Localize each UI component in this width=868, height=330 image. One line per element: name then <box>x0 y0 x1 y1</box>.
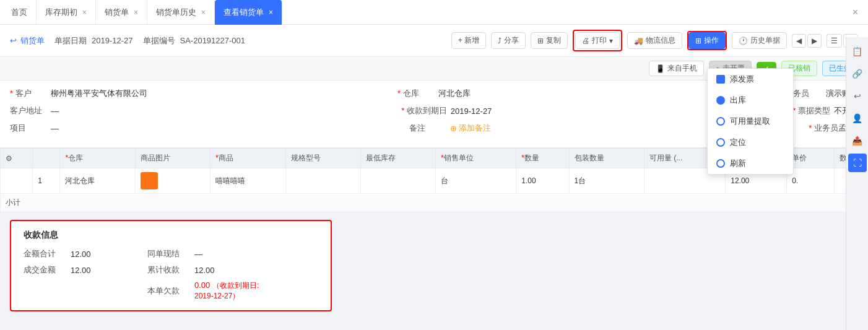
copy-icon: ⊞ <box>537 37 544 45</box>
doc-header: ↩ 销货单 单据日期 2019-12-27 单据编号 SA-20191227-0… <box>0 25 868 57</box>
doc-actions: + 新增 ⤴ 分享 ⊞ 复制 🖨 打印 ▾ 🚚 物流信息 ⊞ 操作 <box>451 30 858 51</box>
summary-section: 收款信息 金额合计 12.00 同单现结 — 成交金额 12.00 <box>0 212 868 326</box>
history-icon: 🕐 <box>739 37 748 45</box>
print-highlight: 🖨 打印 ▾ <box>573 30 622 51</box>
copy-button[interactable]: ⊞ 复制 <box>531 32 568 49</box>
prev-button[interactable]: ◀ <box>792 34 806 48</box>
tab-close-sales[interactable]: × <box>134 8 138 17</box>
sidebar-icon-link[interactable]: 🔗 <box>848 64 867 83</box>
next-button[interactable]: ▶ <box>807 34 822 48</box>
tab-home[interactable]: 首页 <box>5 0 37 25</box>
logistics-icon: 🚚 <box>634 37 643 45</box>
warehouse-value: 河北仓库 <box>438 88 471 99</box>
new-button[interactable]: + 新增 <box>451 32 486 49</box>
ops-button[interactable]: ⊞ 操作 <box>688 32 726 49</box>
col-min-stock: 最低库存 <box>360 149 435 168</box>
cell-pack-qty: 1台 <box>569 168 644 194</box>
share-icon: ⤴ <box>498 37 501 45</box>
refresh-icon <box>716 159 725 168</box>
col-spec: 规格型号 <box>285 149 360 168</box>
print-button[interactable]: 🖨 打印 ▾ <box>575 32 620 49</box>
doc-type-label: 销货单 <box>20 35 45 46</box>
payment-date-value: 2019-12-27 <box>451 106 492 116</box>
tab-close-inventory[interactable]: × <box>82 8 87 17</box>
logistics-button[interactable]: 🚚 物流信息 <box>627 32 682 49</box>
cell-index: 1 <box>33 168 60 194</box>
cell-product: 嘻嘻嘻嘻 <box>210 168 285 194</box>
col-image: 商品图片 <box>135 149 210 168</box>
owe-value: 0.00 <box>194 280 210 290</box>
col-warehouse: *仓库 <box>60 149 135 168</box>
doc-title-area: ↩ 销货单 <box>10 35 45 46</box>
nav-arrows: ◀ ▶ <box>792 34 822 48</box>
history-button[interactable]: 🕐 历史单据 <box>732 32 787 49</box>
tab-sales-history[interactable]: 销货单历史 × <box>147 0 215 25</box>
summary-title: 收款信息 <box>24 230 318 241</box>
share-button[interactable]: ⤴ 分享 <box>491 32 526 49</box>
tab-view-sales-order[interactable]: 查看销货单 × <box>215 0 282 25</box>
operations-dropdown: 添发票 出库 可用量提取 定位 刷新 <box>707 68 794 175</box>
add-note-button[interactable]: ⊕ 添加备注 <box>450 123 491 134</box>
dropdown-item-refresh[interactable]: 刷新 <box>708 153 793 174</box>
cell-spec <box>285 168 360 194</box>
subtotal-label-cell: 小计 <box>1 194 868 212</box>
col-qty: *数量 <box>516 149 569 168</box>
doc-meta: 单据日期 2019-12-27 单据编号 SA-20191227-001 <box>54 35 245 46</box>
sidebar-icon-user[interactable]: 👤 <box>848 109 867 128</box>
locate-icon <box>716 138 725 147</box>
col-gear: ⚙ <box>1 149 33 168</box>
address-label: 客户地址 <box>10 105 47 116</box>
summary-same-order: 同单现结 — <box>147 248 271 259</box>
doc-type-icon: ↩ <box>10 36 17 45</box>
cell-warehouse: 河北仓库 <box>60 168 135 194</box>
dropdown-item-locate[interactable]: 定位 <box>708 132 793 153</box>
project-value: — <box>51 124 59 133</box>
sidebar-icon-back[interactable]: ↩ <box>848 87 867 105</box>
address-value: — <box>51 106 59 116</box>
add-note-icon: ⊕ <box>450 124 457 133</box>
tab-inventory-init[interactable]: 库存期初 × <box>37 0 96 25</box>
summary-cumulative: 累计收款 12.00 <box>147 264 271 276</box>
summary-grid: 金额合计 12.00 同单现结 — 成交金额 12.00 累计收款 12.00 <box>24 248 318 302</box>
dropdown-item-invoice[interactable]: 添发票 <box>708 69 793 90</box>
product-image <box>141 172 158 189</box>
tab-close-view[interactable]: × <box>269 8 273 17</box>
summary-spacer <box>24 280 147 302</box>
summary-box: 收款信息 金额合计 12.00 同单现结 — 成交金额 12.00 <box>10 220 332 311</box>
close-all-button[interactable]: × <box>848 7 863 18</box>
customer-value: 柳州粤港平安气体有限公司 <box>51 88 147 99</box>
col-index <box>33 149 60 168</box>
sidebar-icon-export[interactable]: 📤 <box>848 131 867 150</box>
cell-qty: 1.00 <box>516 168 569 194</box>
cell-image <box>135 168 210 194</box>
print-dropdown-icon: ▾ <box>609 37 613 45</box>
warehouse-label: 仓库 <box>397 88 435 99</box>
cell-gear <box>1 168 33 194</box>
summary-current-owe: 本单欠款 0.00 （收款到期日: 2019-12-27） <box>147 280 271 302</box>
mobile-icon: 📱 <box>656 64 665 73</box>
mobile-button[interactable]: 📱 来自手机 <box>649 61 704 76</box>
payment-date-label: 收款到期日 <box>401 105 447 116</box>
ticket-label: 票据类型 <box>792 105 830 116</box>
layout-list-button[interactable]: ☰ <box>827 34 842 48</box>
summary-transaction: 成交金额 12.00 <box>24 264 147 276</box>
cell-unit: 台 <box>436 168 516 194</box>
dropdown-item-outbound[interactable]: 出库 <box>708 90 793 111</box>
print-icon: 🖨 <box>582 37 589 45</box>
tab-close-history[interactable]: × <box>201 8 206 17</box>
tab-sales-order[interactable]: 销货单 × <box>96 0 147 25</box>
customer-field: 客户 柳州粤港平安气体有限公司 <box>10 88 397 99</box>
col-unit-price: 单价 <box>787 149 835 168</box>
address-field: 客户地址 — <box>10 105 401 116</box>
summary-amount-total: 金额合计 12.00 <box>24 248 147 259</box>
outbound-icon <box>716 96 725 105</box>
col-pack-qty: 包装数量 <box>569 149 644 168</box>
dropdown-item-available[interactable]: 可用量提取 <box>708 111 793 132</box>
col-product: *商品 <box>210 149 285 168</box>
ops-highlight: ⊞ 操作 <box>687 31 727 50</box>
tab-bar: 首页 库存期初 × 销货单 × 销货单历史 × 查看销货单 × × <box>0 0 868 25</box>
subtotal-row: 小计 <box>1 194 868 212</box>
sidebar-icon-doc[interactable]: 📋 <box>848 42 867 61</box>
project-label: 项目 <box>10 123 47 134</box>
sidebar-icon-expand[interactable]: ⛶ <box>848 154 867 172</box>
